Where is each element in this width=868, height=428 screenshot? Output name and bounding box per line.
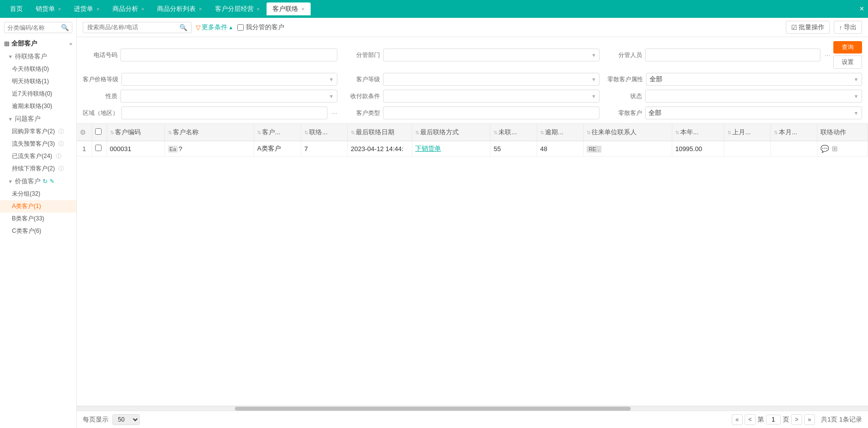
nav-tab-customer-contact[interactable]: 客户联络 ×	[267, 2, 310, 15]
sidebar-collapse-btn[interactable]: «	[69, 41, 72, 47]
col-this-year[interactable]: ⇅本年...	[672, 124, 724, 141]
person-dots[interactable]: ···	[824, 51, 830, 59]
select-all-checkbox[interactable]	[95, 128, 102, 135]
sidebar-group-problem[interactable]: ▼ 问题客户	[0, 112, 76, 125]
close-product-analysis[interactable]: ×	[141, 6, 144, 12]
region-input[interactable]	[121, 107, 327, 119]
col-overdue[interactable]: ⇅逾期...	[537, 124, 584, 141]
cell-last-method[interactable]: 下销货单	[412, 141, 490, 157]
sidebar-item-declining[interactable]: 持续下滑客户(2) ⓘ	[0, 162, 76, 175]
status-select[interactable]: ▼	[645, 90, 862, 103]
payment-select[interactable]: ▼	[383, 90, 600, 103]
sidebar-item-class-a[interactable]: A类客户(1)	[0, 200, 76, 213]
sidebar-item-today[interactable]: 今天待联络(0)	[0, 63, 76, 75]
filter-search-box[interactable]: 🔍	[83, 22, 192, 33]
filter-more-label: 更多条件	[202, 23, 227, 32]
settings-btn[interactable]: 设置	[833, 55, 862, 69]
close-product-list[interactable]: ×	[199, 6, 202, 12]
col-gear[interactable]: ⚙	[77, 124, 92, 141]
col-this-month[interactable]: ⇅本月...	[771, 124, 817, 141]
sidebar-item-overdue[interactable]: 逾期未联络(30)	[0, 100, 76, 112]
h-scroll-thumb[interactable]	[235, 407, 631, 411]
cell-checkbox[interactable]	[92, 141, 107, 157]
first-page-btn[interactable]: «	[732, 414, 743, 425]
cell-this-month	[771, 141, 817, 157]
sort-icon-date: ⇅	[351, 130, 355, 135]
sidebar-search-input[interactable]	[7, 24, 61, 31]
col-type[interactable]: ⇅客户...	[254, 124, 301, 141]
col-contact-person[interactable]: ⇅往来单位联系人	[584, 124, 672, 141]
h-scrollbar[interactable]	[77, 406, 868, 411]
col-no-contact[interactable]: ⇅未联...	[490, 124, 537, 141]
col-last-method[interactable]: ⇅最后联络方式	[412, 124, 490, 141]
sidebar: 🔍 ⊞ 全部客户 « ▼ 待联络客户 今天待联络(0) 明天待联络(1) 近7天…	[0, 18, 77, 428]
customer-type-input[interactable]	[383, 107, 600, 119]
prev-page-btn[interactable]: <	[745, 414, 756, 425]
last-page-btn[interactable]: »	[804, 414, 815, 425]
col-last-month[interactable]: ⇅上月...	[724, 124, 771, 141]
sidebar-item-tomorrow[interactable]: 明天待联络(1)	[0, 75, 76, 88]
page-input[interactable]	[766, 415, 781, 425]
region-dots[interactable]: ···	[331, 109, 337, 117]
cell-actions: 💬 ⊞	[817, 141, 868, 157]
scatter-attr-select[interactable]: 全部 ▼	[646, 73, 862, 86]
cell-this-year: 10995.00	[672, 141, 724, 157]
next-page-btn[interactable]: >	[791, 414, 802, 425]
sidebar-group-pending[interactable]: ▼ 待联络客户	[0, 50, 76, 63]
close-purchase[interactable]: ×	[96, 6, 99, 12]
customer-level-select[interactable]: ▼	[383, 73, 600, 86]
sidebar-item-7days[interactable]: 近7天待联络(0)	[0, 88, 76, 100]
filter-row-scatter-attr: 零散客户属性 全部 ▼	[607, 73, 862, 86]
nature-select[interactable]: ▼	[120, 90, 337, 103]
page-size-select[interactable]: 50 100 200	[112, 414, 140, 425]
my-customers-checkbox[interactable]: 我分管的客户	[237, 23, 284, 32]
edit-group-icon[interactable]: ✎	[50, 178, 54, 185]
phone-input[interactable]	[120, 49, 337, 61]
sidebar-item-churned[interactable]: 已流失客户(24) ⓘ	[0, 150, 76, 162]
close-sales[interactable]: ×	[58, 6, 61, 12]
row-checkbox[interactable]	[95, 145, 102, 151]
table-row: 1 000031 Ea? A类客户 7 2023-04-12 14:44: 下销…	[77, 141, 868, 157]
sidebar-search-box[interactable]: 🔍	[4, 22, 72, 33]
price-level-chevron: ▼	[329, 77, 334, 82]
sidebar-item-churn-warning[interactable]: 流失预警客户(3) ⓘ	[0, 138, 76, 150]
last-method-link[interactable]: 下销货单	[415, 145, 441, 152]
query-btn[interactable]: 查询	[833, 41, 862, 54]
batch-icon: ☑	[791, 24, 797, 31]
close-customer-contact[interactable]: ×	[301, 6, 304, 12]
chat-icon[interactable]: 💬	[820, 145, 829, 153]
grid-action-icon[interactable]: ⊞	[832, 145, 838, 153]
scatter-select[interactable]: 全部 ▼	[645, 107, 862, 119]
col-last-date[interactable]: ⇅最后联络日期	[348, 124, 412, 141]
export-btn[interactable]: ↑ 导出	[834, 21, 863, 34]
sidebar-search-icon: 🔍	[61, 24, 69, 31]
sidebar-group-value[interactable]: ▼ 价值客户 ↻ ✎	[0, 175, 76, 188]
nav-tab-product-analysis[interactable]: 商品分析 ×	[107, 2, 150, 15]
gear-icon[interactable]: ⚙	[80, 128, 86, 136]
filter-more-btn[interactable]: ▽ 更多条件 ▲	[196, 23, 233, 32]
col-contact-count[interactable]: ⇅联络...	[301, 124, 348, 141]
nav-tab-product-list[interactable]: 商品分析列表 ×	[151, 2, 208, 15]
my-customers-check[interactable]	[237, 24, 244, 31]
sidebar-item-unclassified[interactable]: 未分组(32)	[0, 188, 76, 200]
nav-tab-sales[interactable]: 销货单 ×	[30, 2, 67, 15]
price-level-select[interactable]: ▼	[121, 73, 337, 86]
nav-tab-customer-segment[interactable]: 客户分层经营 ×	[209, 2, 266, 15]
sidebar-item-class-c[interactable]: C类客户(6)	[0, 225, 76, 237]
close-all-btn[interactable]: ×	[860, 4, 864, 13]
filter-row-person: 分管人员 ··· 查询 设置	[607, 41, 862, 69]
refresh-icon[interactable]: ↻	[43, 178, 48, 185]
person-input[interactable]	[645, 49, 820, 61]
sidebar-item-class-b[interactable]: B类客户(33)	[0, 213, 76, 225]
col-name[interactable]: ⇅客户名称	[165, 124, 254, 141]
close-customer-segment[interactable]: ×	[257, 6, 260, 12]
nature-chevron: ▼	[329, 94, 334, 99]
sidebar-item-repurchase[interactable]: 回购异常客户(2) ⓘ	[0, 125, 76, 138]
filter-search-input[interactable]	[87, 24, 179, 31]
sort-icon-overdue: ⇅	[540, 130, 544, 135]
col-code[interactable]: ⇅客户编码	[107, 124, 165, 141]
nav-tab-purchase[interactable]: 进货单 ×	[68, 2, 105, 15]
batch-btn[interactable]: ☑ 批量操作	[786, 21, 830, 34]
dept-select[interactable]: ▼	[383, 49, 600, 61]
nav-tab-home[interactable]: 首页	[4, 2, 29, 15]
